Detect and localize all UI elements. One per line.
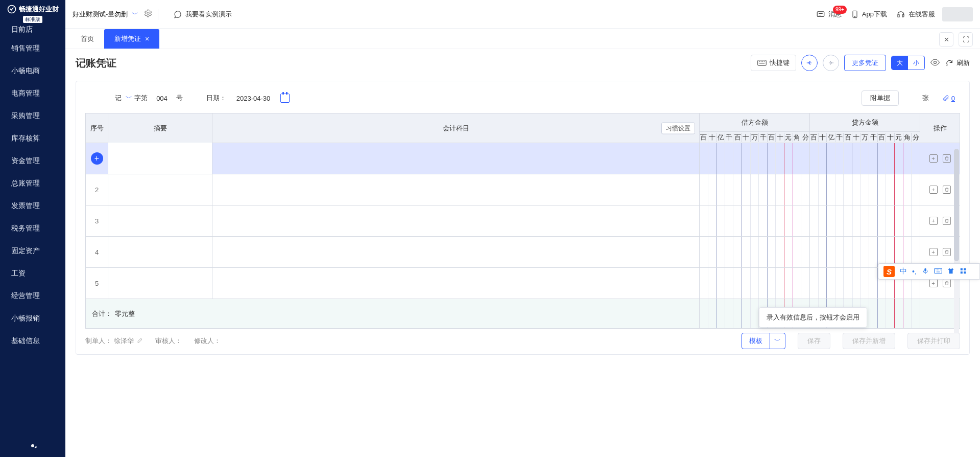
- org-selector[interactable]: 好业财测试-量勿删 ﹀: [73, 10, 138, 19]
- voucher-type[interactable]: 记: [115, 94, 122, 103]
- sidebar-settings[interactable]: [0, 435, 65, 457]
- table-row[interactable]: 5+: [86, 268, 960, 299]
- refresh-icon: [945, 59, 953, 67]
- credit-cell[interactable]: [810, 174, 920, 205]
- sidebar-item-inventory[interactable]: 库存核算: [0, 127, 65, 150]
- voucher-type-dropdown[interactable]: ﹀字第: [126, 94, 148, 103]
- debit-cell[interactable]: [700, 174, 810, 205]
- app-download-button[interactable]: App下载: [849, 10, 889, 19]
- summary-cell[interactable]: [108, 174, 212, 205]
- debit-cell[interactable]: [700, 237, 810, 268]
- sidebar-item-ecom[interactable]: 电商管理: [0, 82, 65, 105]
- summary-cell[interactable]: [108, 205, 212, 237]
- sidebar-item-invoice[interactable]: 发票管理: [0, 195, 65, 217]
- edit-icon[interactable]: [137, 337, 143, 344]
- sidebar-item-cash[interactable]: 资金管理: [0, 150, 65, 172]
- shortcuts-button[interactable]: 快捷键: [751, 55, 796, 71]
- sheets-label: 张: [922, 94, 929, 103]
- copy-row-icon[interactable]: +: [929, 154, 938, 163]
- ime-punct-icon[interactable]: •,: [912, 267, 917, 276]
- scrollbar-thumb[interactable]: [954, 149, 959, 261]
- sidebar-item-payroll[interactable]: 工资: [0, 262, 65, 285]
- tab-new-voucher[interactable]: 新增凭证 ×: [104, 29, 159, 49]
- prev-voucher-button[interactable]: [801, 55, 818, 71]
- gear-icon: [144, 9, 153, 18]
- size-small[interactable]: 小: [908, 56, 924, 70]
- sidebar-item-purchase[interactable]: 采购管理: [0, 105, 65, 127]
- credit-cell[interactable]: [810, 205, 920, 237]
- ime-grid-icon[interactable]: [960, 267, 967, 276]
- attach-doc-button[interactable]: 附单据: [862, 90, 899, 106]
- refresh-button[interactable]: 刷新: [945, 58, 970, 67]
- ime-mic-icon[interactable]: [922, 267, 929, 276]
- ime-shirt-icon[interactable]: [947, 267, 954, 276]
- size-large[interactable]: 大: [892, 56, 908, 70]
- debit-cell[interactable]: [700, 268, 810, 299]
- sidebar-item-tax[interactable]: 税务管理: [0, 217, 65, 240]
- delete-row-icon[interactable]: [943, 154, 951, 163]
- voucher-number-input[interactable]: [152, 95, 172, 102]
- summary-input[interactable]: [108, 143, 212, 173]
- habit-settings-button[interactable]: 习惯设置: [661, 122, 695, 134]
- debit-cell[interactable]: [700, 205, 810, 237]
- debit-cell[interactable]: [700, 143, 810, 174]
- add-row-button[interactable]: +: [91, 152, 103, 165]
- account-cell[interactable]: [212, 174, 700, 205]
- tab-home-label: 首页: [81, 34, 94, 43]
- maker-label: 制单人：: [85, 337, 112, 345]
- summary-cell[interactable]: [108, 237, 212, 268]
- ime-toolbar[interactable]: S 中 •,: [878, 263, 980, 280]
- summary-cell[interactable]: [108, 268, 212, 299]
- voucher-date-input[interactable]: [230, 95, 276, 102]
- tab-close-button[interactable]: ✕: [939, 32, 953, 47]
- messages-button[interactable]: 消息 99+: [814, 10, 844, 19]
- copy-row-icon[interactable]: +: [929, 186, 938, 194]
- copy-row-icon[interactable]: +: [929, 248, 938, 256]
- tab-home[interactable]: 首页: [70, 29, 104, 49]
- fullscreen-button[interactable]: ⛶: [959, 32, 973, 47]
- delete-row-icon[interactable]: [943, 186, 951, 194]
- chevron-down-icon[interactable]: ﹀: [770, 333, 785, 349]
- demo-link[interactable]: 我要看实例演示: [173, 10, 232, 19]
- delete-row-icon[interactable]: [943, 279, 951, 287]
- visibility-toggle[interactable]: [930, 57, 940, 69]
- table-row[interactable]: 4+: [86, 237, 960, 268]
- copy-row-icon[interactable]: +: [929, 217, 938, 225]
- sidebar-item-truncated[interactable]: 日前店: [0, 25, 65, 37]
- attachment-link[interactable]: 0: [942, 95, 955, 102]
- sidebar-item-sales[interactable]: 销售管理: [0, 37, 65, 60]
- sidebar-item-gl[interactable]: 总账管理: [0, 172, 65, 195]
- support-button[interactable]: 在线客服: [894, 10, 937, 19]
- delete-row-icon[interactable]: [943, 248, 951, 256]
- calendar-icon[interactable]: [280, 94, 290, 103]
- ime-keyboard-icon[interactable]: [934, 267, 942, 276]
- sidebar-item-masterdata[interactable]: 基础信息: [0, 330, 65, 352]
- table-scrollbar[interactable]: [954, 149, 959, 338]
- summary-cell[interactable]: [108, 143, 212, 174]
- close-icon[interactable]: ×: [145, 35, 149, 43]
- sidebar-item-asset[interactable]: 固定资产: [0, 240, 65, 262]
- copy-row-icon[interactable]: +: [929, 279, 938, 287]
- next-voucher-button[interactable]: [823, 55, 839, 71]
- account-cell[interactable]: [212, 205, 700, 237]
- delete-row-icon[interactable]: [943, 217, 951, 225]
- fullscreen-icon: ⛶: [963, 36, 969, 43]
- chevron-down-icon: ﹀: [132, 10, 138, 19]
- sidebar-item-biz[interactable]: 经营管理: [0, 285, 65, 307]
- close-icon: ✕: [944, 36, 949, 43]
- svg-rect-9: [961, 268, 963, 270]
- settings-gear[interactable]: [144, 9, 153, 19]
- table-row[interactable]: 3+: [86, 205, 960, 237]
- account-cell[interactable]: [212, 143, 700, 174]
- account-cell[interactable]: [212, 268, 700, 299]
- sidebar-item-xc-ecom[interactable]: 小畅电商: [0, 60, 65, 82]
- template-button[interactable]: 模板 ﹀: [742, 333, 785, 349]
- table-row[interactable]: ++: [86, 143, 960, 174]
- sidebar-item-expense[interactable]: 小畅报销: [0, 307, 65, 330]
- account-cell[interactable]: [212, 237, 700, 268]
- more-vouchers-button[interactable]: 更多凭证: [844, 55, 886, 71]
- user-avatar[interactable]: [942, 7, 973, 21]
- credit-cell[interactable]: [810, 143, 920, 174]
- table-row[interactable]: 2+: [86, 174, 960, 205]
- ime-lang[interactable]: 中: [900, 267, 907, 276]
